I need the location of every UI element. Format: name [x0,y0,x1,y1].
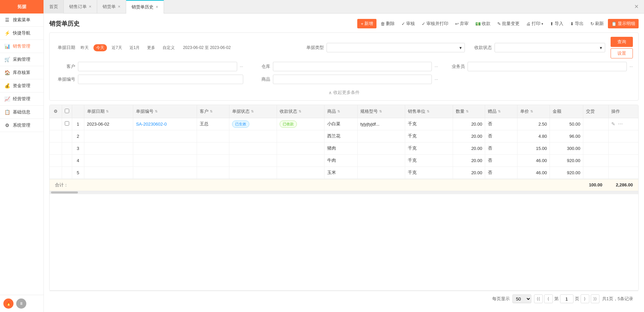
tab-sales-history-close[interactable]: ✕ [156,5,158,9]
chip-more[interactable]: 更多 [144,44,158,51]
show-details-button[interactable]: 📋 显示明细 [608,19,639,28]
th-unit[interactable]: 销售单位 ⇅ [405,105,453,118]
tab-sales-goods-close[interactable]: ✕ [118,5,120,8]
sidebar-item-operation-mgmt[interactable]: 📈 经营管理 [0,93,44,106]
tab-sales-order-close[interactable]: ✕ [89,5,91,8]
th-doc-status[interactable]: 单据状态 ⇅ [229,105,277,118]
per-page-select[interactable]: 50 100 200 [512,294,531,303]
td-checkbox[interactable] [62,118,72,130]
product-input[interactable] [273,75,432,84]
doc-no-link[interactable]: SA-20230602-0 [136,122,167,127]
customer-ellipsis[interactable]: ··· [240,64,243,69]
audit-print-button[interactable]: ✓ 审核并打印 [419,19,451,28]
td-checkbox[interactable] [62,142,72,154]
audit-icon: ✓ [401,21,405,26]
doc-no-input[interactable] [78,75,243,84]
th-checkbox[interactable] [62,105,72,118]
th-product[interactable]: 商品 ⇅ [325,105,358,118]
tab-home[interactable]: 首页 [44,0,64,14]
warehouse-input[interactable] [273,62,432,71]
tab-sales-history[interactable]: 销货单历史 ✕ [126,0,164,14]
sidebar-item-basic-info[interactable]: 📋 基础信息 [0,106,44,119]
th-settings[interactable]: ⚙ [50,105,62,118]
th-price[interactable]: 单价 ⇅ [517,105,550,118]
td-checkbox[interactable] [62,130,72,142]
next-page-button[interactable]: ⟩ [581,294,589,303]
more-action-icon[interactable]: ⋯ [618,121,623,127]
batch-change-button[interactable]: ✎ 批量变更 [495,19,522,28]
th-customer[interactable]: 客户 ⇅ [197,105,229,118]
sidebar-item-capital-mgmt[interactable]: 💰 资金管理 [0,79,44,93]
th-doc-date[interactable]: 单据日期 ⇅ [84,105,133,118]
customer-input[interactable] [78,62,237,71]
staff-ellipsis[interactable]: ··· [629,64,633,69]
row-checkbox[interactable] [65,121,69,126]
print-button[interactable]: 🖨 打印 ▾ [524,19,546,28]
th-doc-no[interactable]: 单据编号 ⇅ [133,105,197,118]
td-checkbox[interactable] [62,154,72,166]
doc-type-select[interactable]: ▾ [327,43,465,52]
pay-status-sort-icon: ⇅ [299,109,301,113]
import-button[interactable]: ⬆ 导入 [547,19,566,28]
table-settings-icon[interactable]: ⚙ [54,109,58,114]
sidebar-item-sales-mgmt[interactable]: 📊 销售管理 [0,40,44,53]
export-button[interactable]: ⬇ 导出 [567,19,586,28]
th-gift[interactable]: 赠品 ⇅ [485,105,517,118]
th-qty[interactable]: 数量 ⇅ [453,105,485,118]
td-amount: 50.00 [550,118,583,130]
abandon-icon: ↩ [455,21,459,26]
chip-1month[interactable]: 近1月 [127,44,143,51]
td-checkbox[interactable] [62,166,72,179]
add-button[interactable]: + 新增 [357,19,376,28]
sidebar-item-sys-mgmt[interactable]: ⚙ 系统管理 [0,119,44,132]
edit-icon[interactable]: ✎ [611,121,615,127]
warehouse-ellipsis[interactable]: ··· [435,64,438,69]
tabs-close-all[interactable]: ✕ [634,3,644,10]
table-row[interactable]: 2 西兰花 千克 20.00 否 4.80 96.00 [50,130,638,142]
prev-page-button[interactable]: ⟨ [544,294,553,303]
first-page-button[interactable]: ⟨⟨ [534,294,543,303]
refresh-button[interactable]: ↻ 刷新 [588,19,607,28]
chip-custom[interactable]: 自定义 [160,44,177,51]
chip-yesterday[interactable]: 昨天 [78,44,91,51]
table-row[interactable]: 5 玉米 千克 20.00 否 46.00 920.00 [50,166,638,179]
td-doc-no[interactable] [133,166,197,179]
scrollbar-thumb[interactable] [51,191,78,193]
staff-input[interactable] [468,62,627,71]
tab-sales-order[interactable]: 销售订单 ✕ [64,0,97,14]
sidebar-bottom-btn1[interactable]: 🔥 [3,298,13,309]
sidebar-item-search-menu[interactable]: ☰ 搜索菜单 [0,14,44,27]
collapse-button[interactable]: ∧ 收起更多条件 [329,89,360,96]
sidebar-item-quick-nav[interactable]: ⚡ 快捷导航 [0,27,44,40]
settings-button[interactable]: 设置 [611,48,633,58]
sidebar-item-inventory-calc[interactable]: 🏠 库存核算 [0,66,44,79]
horizontal-scrollbar[interactable] [50,191,638,194]
table-row[interactable]: 4 牛肉 千克 20.00 否 46.00 920.00 [50,154,638,166]
tab-sales-goods[interactable]: 销货单 ✕ [97,0,126,14]
delete-icon: 🗑 [381,21,385,26]
query-button[interactable]: 查询 [611,37,633,47]
delete-button[interactable]: 🗑 删除 [378,19,397,28]
chip-7days[interactable]: 近7天 [109,44,125,51]
sidebar-bottom-btn2[interactable]: ⏸ [16,298,26,309]
sidebar-item-purchase-mgmt[interactable]: 🛒 采购管理 [0,53,44,66]
select-all-checkbox[interactable] [65,109,69,113]
collect-button[interactable]: 💵 收款 [473,19,493,28]
td-seq: 4 [72,154,84,166]
td-doc-no[interactable] [133,154,197,166]
table-row[interactable]: 3 猪肉 千克 20.00 否 15.00 300.00 [50,142,638,154]
td-doc-no[interactable] [133,130,197,142]
table-row[interactable]: 1 2023-06-02 SA-20230602-0 王总 已生效 已收款 小白… [50,118,638,130]
product-ellipsis[interactable]: ··· [435,77,438,82]
th-spec[interactable]: 规格型号 ⇅ [357,105,405,118]
td-doc-no[interactable]: SA-20230602-0 [133,118,197,130]
payment-status-select[interactable]: ▾ [495,43,605,52]
th-pay-status[interactable]: 收款状态 ⇅ [277,105,324,118]
last-page-button[interactable]: ⟩⟩ [591,294,599,303]
audit-button[interactable]: ✓ 审核 [399,19,418,28]
trending-icon: 📈 [4,96,10,102]
abandon-button[interactable]: ↩ 弃审 [452,19,471,28]
chip-today[interactable]: 今天 [93,44,107,51]
page-input[interactable] [560,294,573,303]
td-doc-no[interactable] [133,142,197,154]
